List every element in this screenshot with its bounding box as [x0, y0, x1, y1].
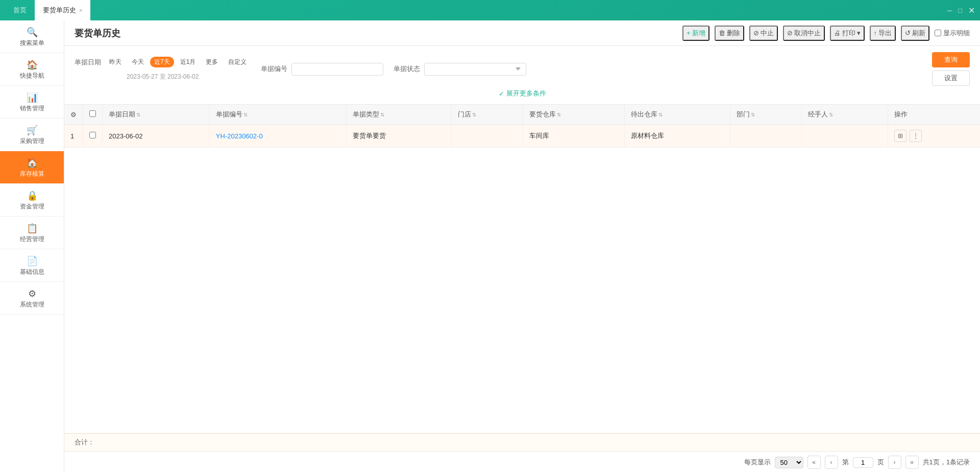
row-more-icon[interactable]: ⋮: [910, 130, 922, 142]
doc-status-select[interactable]: [424, 63, 526, 76]
date-filter-label: 单据日期: [75, 58, 101, 67]
th-date[interactable]: 单据日期⇅: [103, 105, 210, 125]
sort-type-icon: ⇅: [380, 112, 384, 117]
table-body: 1 2023-06-02 YH-20230602-0 要货单要货 车间库 原材料…: [64, 125, 980, 148]
page-number-input[interactable]: [853, 457, 873, 468]
delete-label: 删除: [727, 29, 740, 38]
date-btn-custom[interactable]: 自定义: [224, 57, 251, 67]
expand-more[interactable]: ✓ 展开更多条件: [75, 89, 970, 98]
table-area: ⚙ 单据日期⇅ 单据编号⇅ 单据类型⇅: [64, 105, 980, 433]
delete-icon: 🗑: [719, 29, 725, 37]
page-label: 第: [842, 458, 849, 467]
settings-button[interactable]: 设置: [932, 70, 970, 86]
row-view-icon[interactable]: ⊞: [894, 130, 906, 142]
query-button[interactable]: 查询: [932, 52, 970, 67]
top-bar-right: ─ □ ✕: [947, 6, 975, 15]
cell-warehouse: 车间库: [523, 125, 625, 148]
summary-label: 合计：: [75, 438, 94, 447]
cell-handler: [801, 125, 888, 148]
export-icon: ↑: [874, 29, 877, 37]
print-button[interactable]: 🖨 打印 ▾: [830, 26, 865, 41]
tab-home[interactable]: 首页: [5, 0, 35, 20]
next-page-button[interactable]: ›: [888, 456, 901, 469]
th-type[interactable]: 单据类型⇅: [346, 105, 451, 125]
th-store[interactable]: 门店⇅: [452, 105, 523, 125]
sidebar-item-search-label: 搜索菜单: [20, 39, 44, 48]
export-label: 导出: [878, 29, 892, 38]
delete-button[interactable]: 🗑 删除: [715, 26, 744, 41]
window-maximize-icon[interactable]: □: [958, 7, 962, 14]
sidebar-item-quicknav[interactable]: 🏠 快捷导航: [0, 53, 64, 86]
cancel-stop-icon: ⊘: [787, 29, 793, 37]
th-number[interactable]: 单据编号⇅: [209, 105, 346, 125]
th-gear[interactable]: ⚙: [64, 105, 83, 125]
last-page-button[interactable]: »: [905, 456, 919, 469]
sidebar: 🔍 搜索菜单 🏠 快捷导航 📊 销售管理 🛒 采购管理 🏠 库存核算 🔒 资金管…: [0, 20, 64, 473]
window-minimize-icon[interactable]: ─: [947, 7, 952, 14]
page-title: 要货单历史: [75, 27, 120, 39]
first-page-button[interactable]: «: [807, 456, 821, 469]
sidebar-item-inventory[interactable]: 🏠 库存核算: [0, 151, 64, 184]
new-label: 新增: [692, 29, 705, 38]
top-tabs: 首页 要货单历史 ×: [5, 0, 947, 20]
toolbar: + 新增 🗑 删除 ⊘ 中止 ⊘ 取消中止 🖨 打印: [682, 26, 970, 41]
sidebar-item-finance-label: 资金管理: [20, 202, 44, 211]
chevron-down-icon: ✓: [499, 90, 504, 98]
cell-checkbox[interactable]: [83, 125, 103, 148]
sort-number-icon: ⇅: [243, 112, 248, 117]
th-pending-warehouse[interactable]: 待出仓库⇅: [625, 105, 730, 125]
stop-label: 中止: [761, 29, 774, 38]
display-toggle[interactable]: 显示明细: [935, 29, 970, 38]
th-warehouse[interactable]: 要货仓库⇅: [523, 105, 625, 125]
tab-order-history[interactable]: 要货单历史 ×: [35, 0, 90, 20]
print-icon: 🖨: [834, 29, 841, 37]
sidebar-item-finance[interactable]: 🔒 资金管理: [0, 184, 64, 217]
prev-page-button[interactable]: ‹: [825, 456, 838, 469]
date-btn-1month[interactable]: 近1月: [176, 57, 200, 67]
sidebar-item-system-label: 系统管理: [20, 300, 44, 309]
doc-number-label: 单据编号: [261, 64, 287, 74]
export-button[interactable]: ↑ 导出: [870, 26, 896, 41]
sidebar-item-sales-label: 销售管理: [20, 104, 44, 113]
close-tab-icon[interactable]: ×: [79, 7, 82, 13]
doc-number-filter-group: 单据编号: [261, 63, 383, 76]
th-handler[interactable]: 经手人⇅: [801, 105, 888, 125]
sidebar-item-operations[interactable]: 📋 经营管理: [0, 217, 64, 249]
select-all-checkbox[interactable]: [89, 110, 96, 117]
table-row: 1 2023-06-02 YH-20230602-0 要货单要货 车间库 原材料…: [64, 125, 980, 148]
th-dept[interactable]: 部门⇅: [730, 105, 801, 125]
display-toggle-checkbox[interactable]: [935, 30, 941, 36]
cell-dept: [730, 125, 801, 148]
sidebar-item-search[interactable]: 🔍 搜索菜单: [0, 20, 64, 53]
action-buttons: 查询 设置: [932, 52, 970, 86]
window-close-icon[interactable]: ✕: [968, 6, 975, 15]
data-table: ⚙ 单据日期⇅ 单据编号⇅ 单据类型⇅: [64, 105, 980, 148]
date-btn-yesterday[interactable]: 昨天: [105, 57, 126, 67]
top-bar: 首页 要货单历史 × ─ □ ✕: [0, 0, 980, 20]
per-page-select[interactable]: 50 100: [775, 457, 803, 468]
refresh-button[interactable]: ↺ 刷新: [901, 26, 929, 41]
stop-button[interactable]: ⊘ 中止: [749, 26, 778, 41]
per-page-label: 每页显示: [744, 458, 771, 467]
sidebar-item-base-info[interactable]: 📄 基础信息: [0, 249, 64, 282]
sidebar-item-base-info-label: 基础信息: [20, 268, 44, 276]
date-btn-more[interactable]: 更多: [202, 57, 222, 67]
cancel-stop-label: 取消中止: [794, 29, 821, 38]
cell-number[interactable]: YH-20230602-0: [209, 125, 346, 148]
date-btn-7days[interactable]: 近7天: [150, 57, 174, 67]
finance-icon: 🔒: [27, 191, 38, 200]
footer-summary: 合计：: [64, 433, 980, 451]
page-header: 要货单历史 + 新增 🗑 删除 ⊘ 中止 ⊘ 取消中止: [64, 20, 980, 46]
cancel-stop-button[interactable]: ⊘ 取消中止: [783, 26, 825, 41]
pagination: 每页显示 50 100 « ‹ 第 页 › » 共1页，1条记录: [64, 451, 980, 473]
sidebar-item-inventory-label: 库存核算: [20, 170, 44, 178]
new-button[interactable]: + 新增: [682, 26, 709, 41]
cell-action: ⊞ ⋮: [888, 125, 980, 148]
home-icon: 🏠: [27, 60, 38, 69]
date-btn-today[interactable]: 今天: [128, 57, 148, 67]
sidebar-item-sales[interactable]: 📊 销售管理: [0, 86, 64, 119]
th-checkbox: [83, 105, 103, 125]
sidebar-item-system[interactable]: ⚙ 系统管理: [0, 282, 64, 315]
doc-number-input[interactable]: [291, 63, 383, 76]
sidebar-item-purchase[interactable]: 🛒 采购管理: [0, 119, 64, 151]
